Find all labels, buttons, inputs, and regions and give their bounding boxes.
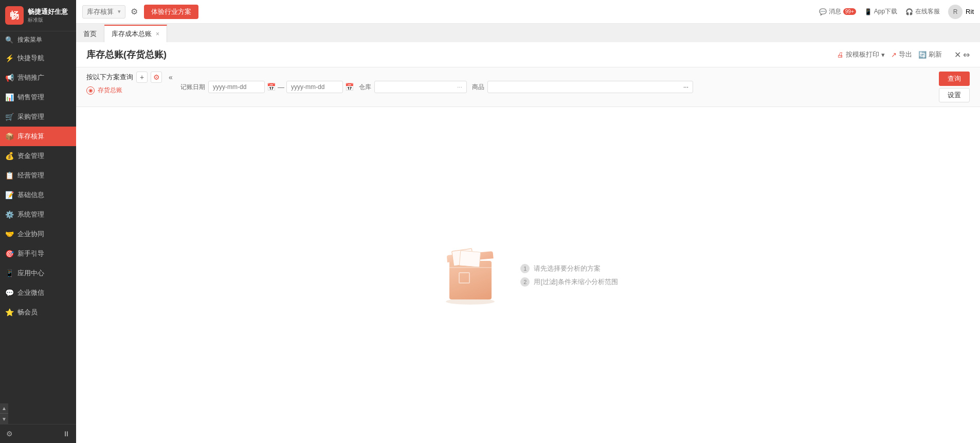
sidebar-item-inventory[interactable]: 📦 库存核算 [0, 127, 76, 146]
tab-close-icon[interactable]: × [156, 30, 159, 38]
settings-btn[interactable]: 设置 [939, 88, 970, 102]
tab-home[interactable]: 首页 [76, 26, 104, 42]
breadcrumb[interactable]: 库存核算 ▾ [82, 5, 125, 19]
goods-select[interactable]: ··· [487, 81, 693, 93]
calendar-start-icon[interactable]: 📅 [267, 83, 276, 91]
sidebar-item-basic-info[interactable]: 📝 基础信息 [0, 185, 76, 205]
date-end-input[interactable] [286, 81, 343, 93]
query-btn[interactable]: 查询 [939, 72, 970, 86]
date-field-label: 记账日期 [180, 83, 205, 92]
audio-icon[interactable]: ⏸ [63, 430, 70, 438]
industry-btn[interactable]: 体验行业方案 [144, 5, 198, 19]
refresh-label: 刷新 [929, 50, 942, 59]
page-header: 库存总账(存货总账) 🖨 按模板打印 ▾ ↗ 导出 🔄 刷新 ✕ [76, 42, 980, 67]
sidebar-item-label: 企业协同 [17, 229, 44, 239]
illustration-box-detail [459, 272, 470, 283]
sidebar-item-system[interactable]: ⚙️ 系统管理 [0, 205, 76, 224]
page-content: 库存总账(存货总账) 🖨 按模板打印 ▾ ↗ 导出 🔄 刷新 ✕ [76, 42, 980, 443]
hint-1-number: 1 [520, 264, 530, 273]
calendar-end-icon[interactable]: 📅 [345, 83, 354, 91]
sidebar-item-label: 库存核算 [17, 132, 44, 141]
search-icon: 🔍 [5, 36, 13, 44]
tab-inventory-ledger[interactable]: 库存成本总账 × [104, 25, 167, 42]
export-btn[interactable]: ↗ 导出 [891, 50, 912, 59]
phone-icon: 📱 [864, 8, 872, 15]
app-logo-icon: 畅 [5, 6, 24, 25]
nav-icon-basic-info: 📝 [5, 191, 13, 199]
warehouse-select[interactable]: ··· [374, 81, 467, 93]
sidebar-scroll-up[interactable]: ▲ [0, 403, 8, 414]
print-icon: 🖨 [837, 51, 844, 59]
nav-icon-enterprise-wechat: 💬 [5, 289, 13, 297]
warehouse-filter-field: 仓库 ··· [359, 81, 467, 93]
user-profile[interactable]: R Rit [948, 5, 974, 19]
filter-settings-btn[interactable]: ⚙ [151, 72, 162, 83]
sidebar-item-label: 系统管理 [17, 210, 44, 219]
filter-label: 按以下方案查询 [86, 73, 133, 82]
scheme-item-icon: ◉ [86, 86, 95, 95]
empty-hint-2: 2 用[过滤]条件来缩小分析范围 [520, 277, 618, 287]
nav-icon-member: ⭐ [5, 308, 13, 316]
sidebar-item-cooperation[interactable]: 🤝 企业协同 [0, 224, 76, 244]
scheme-item-inventory[interactable]: ◉ 存货总账 [86, 86, 176, 95]
panel-resize-icon[interactable]: ⇔ [963, 50, 970, 60]
username: Rit [966, 8, 974, 15]
print-dropdown-icon: ▾ [881, 51, 885, 59]
empty-state: 1 请先选择要分析的方案 2 用[过滤]条件来缩小分析范围 [76, 107, 980, 443]
messages-action[interactable]: 💬 消息 99+ [819, 7, 856, 16]
avatar: R [948, 5, 963, 19]
filter-add-btn[interactable]: + [136, 72, 148, 83]
empty-text: 1 请先选择要分析的方案 2 用[过滤]条件来缩小分析范围 [520, 264, 618, 287]
topbar-right: 💬 消息 99+ 📱 App下载 🎧 在线客服 R Rit [819, 5, 974, 19]
nav-icon-system: ⚙️ [5, 210, 13, 219]
sidebar-item-member[interactable]: ⭐ 畅会员 [0, 303, 76, 322]
refresh-btn[interactable]: 🔄 刷新 [918, 50, 942, 59]
sidebar-search[interactable]: 🔍 搜索菜单 [0, 31, 76, 48]
nav-icon-marketing: 📢 [5, 74, 13, 82]
date-start-input[interactable] [208, 81, 265, 93]
chevron-down-icon: ▾ [118, 8, 121, 15]
scheme-item-label: 存货总账 [98, 86, 122, 95]
app-download-action[interactable]: 📱 App下载 [864, 7, 897, 16]
settings-icon[interactable]: ⚙ [6, 430, 13, 438]
page-title: 库存总账(存货总账) [86, 48, 167, 61]
sidebar-item-label: 新手引导 [17, 249, 44, 258]
sidebar-item-finance[interactable]: 💰 资金管理 [0, 146, 76, 166]
nav-icon-sales: 📊 [5, 93, 13, 101]
app-subtitle: 标准版 [28, 16, 68, 23]
sidebar-item-quick-nav[interactable]: ⚡ 快捷导航 [0, 48, 76, 68]
hint-2-text: 用[过滤]条件来缩小分析范围 [534, 277, 618, 287]
tab-inventory-label: 库存成本总账 [112, 29, 152, 39]
avatar-initial: R [953, 8, 958, 15]
topbar-gear-icon[interactable]: ⚙ [131, 7, 138, 16]
sidebar-item-sales[interactable]: 📊 销售管理 [0, 87, 76, 107]
sidebar-item-purchase[interactable]: 🛒 采购管理 [0, 107, 76, 127]
sidebar-logo: 畅 畅捷通好生意 标准版 [0, 0, 76, 31]
sidebar-item-label: 快捷导航 [17, 54, 44, 63]
nav-icon-operations: 📋 [5, 171, 13, 180]
more-icon: ··· [457, 83, 462, 91]
sidebar-item-operations[interactable]: 📋 经营管理 [0, 166, 76, 185]
filter-collapse-btn[interactable]: « [165, 72, 176, 83]
print-label: 按模板打印 [846, 50, 879, 59]
scheme-section: 按以下方案查询 + ⚙ « ◉ 存货总账 [86, 72, 176, 95]
sidebar-item-label: 营销推广 [17, 73, 44, 82]
date-filter-field: 记账日期 📅 — 📅 [180, 81, 354, 93]
sidebar-item-marketing[interactable]: 📢 营销推广 [0, 68, 76, 87]
filter-inputs-area: 记账日期 📅 — 📅 仓库 [180, 72, 970, 102]
sidebar-item-enterprise-wechat[interactable]: 💬 企业微信 [0, 283, 76, 303]
sidebar-scroll-down[interactable]: ▼ [0, 414, 8, 424]
tabbar: 首页 库存成本总账 × [76, 24, 980, 42]
nav-icon-purchase: 🛒 [5, 113, 13, 121]
nav-icon-guide: 🎯 [5, 250, 13, 258]
topbar: 库存核算 ▾ ⚙ 体验行业方案 💬 消息 99+ 📱 App下载 🎧 在线客服 [76, 0, 980, 24]
sidebar-item-app-center[interactable]: 📱 应用中心 [0, 263, 76, 283]
sidebar-item-guide[interactable]: 🎯 新手引导 [0, 244, 76, 263]
print-btn[interactable]: 🖨 按模板打印 ▾ [837, 50, 885, 59]
warehouse-field-label: 仓库 [359, 83, 371, 92]
sidebar-item-label: 畅会员 [17, 308, 38, 317]
online-support-action[interactable]: 🎧 在线客服 [905, 7, 940, 16]
panel-close-btn[interactable]: ✕ [954, 50, 961, 60]
empty-illustration [438, 242, 505, 309]
message-badge: 99+ [843, 8, 856, 15]
